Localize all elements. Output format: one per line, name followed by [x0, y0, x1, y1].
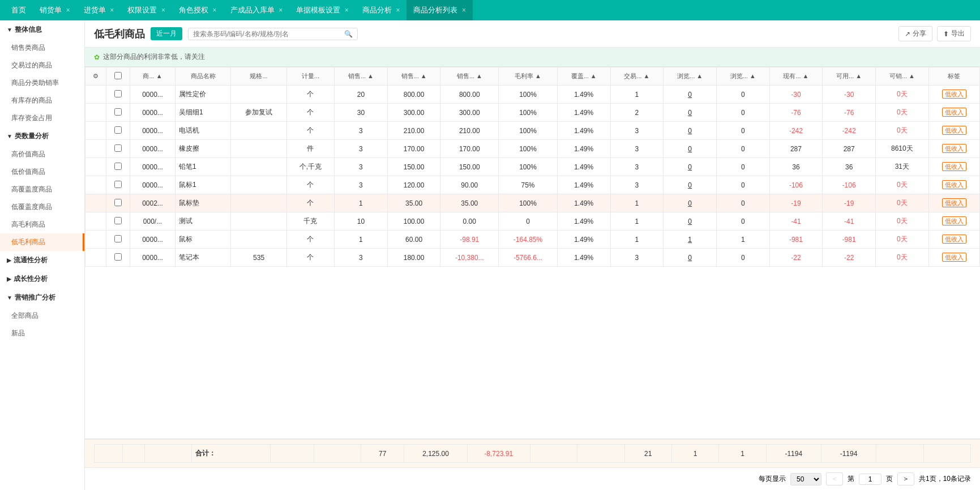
nav-purchase-order[interactable]: 进货单 × — [77, 0, 121, 20]
cell-views1[interactable]: 0 — [664, 194, 717, 212]
nav-permission[interactable]: 权限设置 × — [121, 0, 172, 20]
cell-spec — [231, 231, 286, 249]
sidebar-item-category-sales-rate[interactable]: 商品分类助销率 — [0, 74, 84, 92]
search-input[interactable] — [193, 30, 344, 38]
cell-checkbox[interactable] — [106, 212, 130, 231]
close-icon[interactable]: × — [462, 6, 466, 14]
close-icon[interactable]: × — [66, 6, 70, 14]
col-checkbox[interactable] — [106, 67, 130, 86]
col-available-stock[interactable]: 可用... ▲ — [823, 67, 876, 86]
sidebar-item-new-products[interactable]: 新品 — [0, 325, 84, 342]
sidebar-item-capital-usage[interactable]: 库存资金占用 — [0, 109, 84, 127]
sidebar-item-low-margin[interactable]: 低毛利商品 — [0, 233, 84, 251]
row-checkbox[interactable] — [114, 108, 122, 116]
col-tag[interactable]: 标签 — [928, 67, 979, 86]
cell-unit: 个 — [286, 249, 334, 267]
close-icon[interactable]: × — [110, 6, 114, 14]
cell-checkbox[interactable] — [106, 104, 130, 122]
col-saleable-stock[interactable]: 可销... ▲ — [875, 67, 928, 86]
share-button[interactable]: ↗ 分享 — [898, 26, 932, 41]
cell-saleable-days: 0天 — [875, 194, 928, 212]
footer-available-stock: -1194 — [821, 445, 876, 463]
sidebar-item-high-margin[interactable]: 高毛利商品 — [0, 216, 84, 233]
sidebar-item-low-coverage[interactable]: 低覆盖度商品 — [0, 198, 84, 216]
sidebar-group-liquidity-title[interactable]: ▶ 流通性分析 — [0, 251, 84, 270]
row-checkbox[interactable] — [114, 199, 122, 206]
col-gross-rate[interactable]: 毛利率 ▲ — [499, 67, 558, 86]
nav-product-analysis-list[interactable]: 商品分析列表 × — [406, 0, 473, 20]
col-trade-count[interactable]: 交易... ▲ — [610, 67, 664, 86]
col-product-name[interactable]: 商品名称 — [176, 67, 231, 86]
row-checkbox[interactable] — [114, 126, 122, 134]
cell-views1[interactable]: 0 — [664, 212, 717, 231]
export-button[interactable]: ⬆ 导出 — [937, 26, 971, 41]
col-product-code[interactable]: 商... ▲ — [130, 67, 175, 86]
cell-checkbox[interactable] — [106, 231, 130, 249]
cell-views1[interactable]: 0 — [664, 86, 717, 104]
sidebar-item-traded-products[interactable]: 交易过的商品 — [0, 57, 84, 74]
col-settings[interactable]: ⚙ — [85, 67, 106, 86]
close-icon[interactable]: × — [345, 6, 349, 14]
cell-cover-rate: 1.49% — [557, 212, 610, 231]
page-size-select[interactable]: 50 20 100 — [790, 473, 821, 485]
filter-recent-month-button[interactable]: 近一月 — [151, 27, 182, 40]
row-checkbox[interactable] — [114, 163, 122, 170]
cell-checkbox[interactable] — [106, 86, 130, 104]
footer-sales-profit: -8,723.91 — [467, 445, 530, 463]
col-spec[interactable]: 规格... — [231, 67, 286, 86]
sidebar-group-growth-title[interactable]: ▶ 成长性分析 — [0, 270, 84, 288]
sidebar-group-quantity-title[interactable]: ▼ 类数量分析 — [0, 127, 84, 146]
cell-views1[interactable]: 0 — [664, 104, 717, 122]
col-sales-profit[interactable]: 销售... ▲ — [440, 67, 499, 86]
close-icon[interactable]: × — [396, 6, 400, 14]
col-sales-amount[interactable]: 销售... ▲ — [387, 67, 440, 86]
cell-checkbox[interactable] — [106, 176, 130, 194]
col-sales-qty[interactable]: 销售... ▲ — [335, 67, 388, 86]
cell-views1[interactable]: 0 — [664, 249, 717, 267]
cell-checkbox[interactable] — [106, 249, 130, 267]
sidebar-item-low-value[interactable]: 低价值商品 — [0, 163, 84, 181]
sidebar-item-all-products[interactable]: 全部商品 — [0, 307, 84, 325]
cell-views1[interactable]: 0 — [664, 176, 717, 194]
sidebar-item-sales-products[interactable]: 销售类商品 — [0, 39, 84, 57]
row-checkbox[interactable] — [114, 253, 122, 261]
col-cover-rate[interactable]: 覆盖... ▲ — [557, 67, 610, 86]
cell-checkbox[interactable] — [106, 122, 130, 140]
close-icon[interactable]: × — [161, 6, 165, 14]
col-unit[interactable]: 计量... — [286, 67, 334, 86]
nav-role-auth[interactable]: 角色授权 × — [172, 0, 224, 20]
row-checkbox[interactable] — [114, 144, 122, 152]
nav-template-settings[interactable]: 单据模板设置 × — [289, 0, 356, 20]
nav-product-analysis[interactable]: 商品分析 × — [356, 0, 407, 20]
select-all-checkbox[interactable] — [114, 72, 122, 79]
cell-views1[interactable]: 1 — [664, 231, 717, 249]
close-icon[interactable]: × — [213, 6, 217, 14]
col-views2[interactable]: 浏览... ▲ — [716, 67, 769, 86]
cell-views1[interactable]: 0 — [664, 140, 717, 158]
row-checkbox[interactable] — [114, 235, 122, 242]
sidebar-item-in-stock[interactable]: 有库存的商品 — [0, 92, 84, 109]
close-icon[interactable]: × — [279, 6, 283, 14]
cell-views1[interactable]: 0 — [664, 158, 717, 176]
nav-sales-order[interactable]: 销货单 × — [33, 0, 77, 20]
sidebar-group-overall-title[interactable]: ▼ 整体信息 — [0, 20, 84, 39]
arrow-down-icon: ▼ — [7, 295, 12, 301]
cell-checkbox[interactable] — [106, 194, 130, 212]
nav-home[interactable]: 首页 — [5, 0, 33, 20]
row-checkbox[interactable] — [114, 181, 122, 188]
row-checkbox[interactable] — [114, 90, 122, 97]
next-page-button[interactable]: ＞ — [897, 472, 914, 485]
cell-checkbox[interactable] — [106, 158, 130, 176]
col-current-stock[interactable]: 现有... ▲ — [769, 67, 823, 86]
data-table-container[interactable]: ⚙ 商... ▲ 商品名称 规格... 计量... 销售... ▲ 销售... … — [85, 67, 980, 438]
sidebar-item-high-value[interactable]: 高价值商品 — [0, 146, 84, 163]
col-views1[interactable]: 浏览... ▲ — [664, 67, 717, 86]
sidebar-item-high-coverage[interactable]: 高覆盖度商品 — [0, 181, 84, 198]
cell-views1[interactable]: 0 — [664, 122, 717, 140]
cell-checkbox[interactable] — [106, 140, 130, 158]
page-number-input[interactable] — [859, 474, 881, 485]
row-checkbox[interactable] — [114, 217, 122, 224]
nav-product-inbound[interactable]: 产成品入库单 × — [224, 0, 290, 20]
prev-page-button[interactable]: ＜ — [826, 472, 843, 485]
sidebar-group-marketing-title[interactable]: ▼ 营销推广分析 — [0, 288, 84, 307]
